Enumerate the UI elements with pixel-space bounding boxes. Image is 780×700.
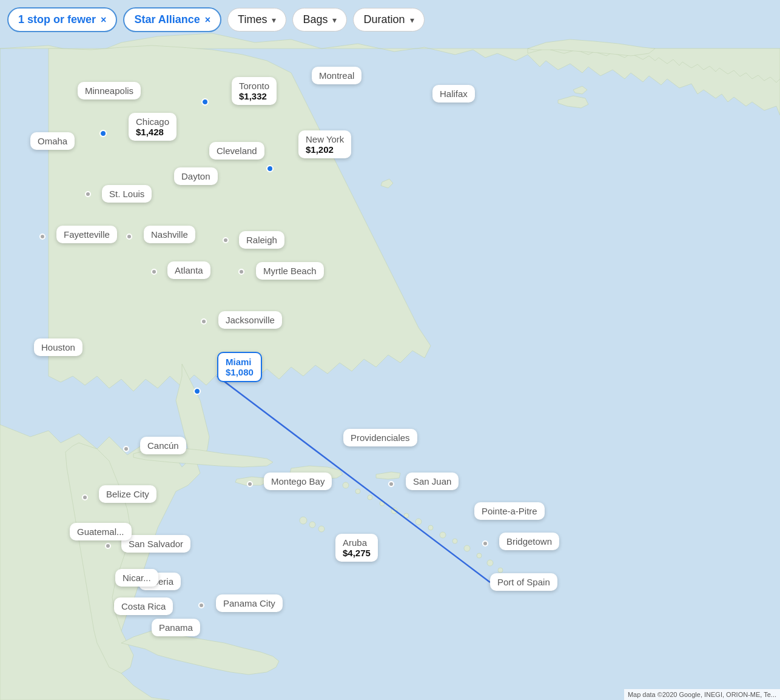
city-label-jacksonville[interactable]: Jacksonville bbox=[218, 311, 282, 329]
city-label-omaha[interactable]: Omaha bbox=[30, 132, 75, 150]
city-label-portofspain[interactable]: Port of Spain bbox=[490, 573, 557, 591]
filter-duration[interactable]: Duration ▾ bbox=[353, 8, 424, 32]
filter-alliance-close[interactable]: × bbox=[205, 15, 210, 25]
svg-point-1 bbox=[355, 489, 360, 494]
city-label-nicar[interactable]: Nicar... bbox=[115, 569, 158, 587]
dot-stlouis bbox=[85, 191, 91, 197]
chevron-down-icon-2: ▾ bbox=[332, 15, 337, 25]
dot-jacksonville bbox=[201, 318, 207, 325]
city-label-toronto[interactable]: Toronto$1,332 bbox=[232, 77, 277, 105]
svg-point-4 bbox=[391, 508, 397, 514]
city-label-chicago[interactable]: Chicago$1,428 bbox=[129, 113, 177, 141]
city-label-guatemala[interactable]: Guatemal... bbox=[70, 523, 132, 540]
city-label-belizecity[interactable]: Belize City bbox=[99, 485, 156, 503]
city-label-costarica[interactable]: Costa Rica bbox=[114, 597, 173, 615]
filter-bags[interactable]: Bags ▾ bbox=[292, 8, 347, 32]
dot-myrtlebeach bbox=[238, 269, 244, 275]
dot-atlanta bbox=[151, 269, 157, 275]
filter-stop-close[interactable]: × bbox=[101, 15, 106, 25]
filter-bags-label: Bags bbox=[303, 13, 328, 26]
city-label-aruba[interactable]: Aruba$4,275 bbox=[335, 534, 378, 562]
svg-point-8 bbox=[440, 532, 446, 538]
city-label-sansalvador[interactable]: San Salvador bbox=[121, 535, 190, 553]
city-label-nashville[interactable]: Nashville bbox=[144, 226, 195, 243]
city-label-providenciales[interactable]: Providenciales bbox=[343, 429, 417, 446]
city-label-panamacity[interactable]: Panama City bbox=[216, 594, 283, 612]
filter-alliance-label: Star Alliance bbox=[134, 13, 200, 26]
city-label-dayton[interactable]: Dayton bbox=[174, 167, 218, 185]
city-label-cleveland[interactable]: Cleveland bbox=[209, 142, 264, 160]
dot-bridgetown bbox=[482, 540, 488, 547]
svg-point-2 bbox=[368, 495, 372, 500]
city-label-halifax[interactable]: Halifax bbox=[432, 85, 475, 103]
map-attribution: Map data ©2020 Google, INEGI, ORION-ME, … bbox=[624, 689, 780, 700]
dot-belizecity bbox=[82, 494, 88, 500]
filter-bar: 1 stop or fewer × Star Alliance × Times … bbox=[7, 7, 425, 32]
svg-point-10 bbox=[464, 545, 470, 551]
city-label-fayetteville[interactable]: Fayetteville bbox=[56, 226, 117, 243]
city-label-miami[interactable]: Miami$1,080 bbox=[217, 352, 262, 382]
svg-point-6 bbox=[415, 519, 422, 525]
city-label-myrtlebeach[interactable]: Myrtle Beach bbox=[256, 262, 324, 280]
svg-point-0 bbox=[343, 482, 349, 488]
dot-toronto bbox=[201, 98, 209, 106]
chevron-down-icon-3: ▾ bbox=[410, 15, 414, 25]
filter-duration-label: Duration bbox=[363, 13, 405, 26]
svg-point-12 bbox=[487, 560, 493, 566]
city-label-panama[interactable]: Panama bbox=[152, 619, 200, 636]
dot-miami bbox=[193, 388, 201, 395]
svg-point-11 bbox=[477, 553, 482, 558]
dot-panamacity bbox=[198, 602, 204, 608]
dot-montegobay bbox=[247, 481, 253, 487]
dot-chicago bbox=[99, 130, 107, 137]
svg-point-16 bbox=[318, 526, 324, 532]
dot-fayetteville bbox=[39, 234, 45, 240]
svg-point-3 bbox=[380, 501, 385, 506]
filter-alliance[interactable]: Star Alliance × bbox=[123, 7, 221, 32]
city-label-raleigh[interactable]: Raleigh bbox=[239, 231, 284, 249]
dot-newyork bbox=[266, 165, 274, 172]
city-label-bridgetown[interactable]: Bridgetown bbox=[499, 533, 559, 550]
city-label-stlouis[interactable]: St. Louis bbox=[102, 185, 152, 203]
svg-point-5 bbox=[404, 513, 409, 518]
city-label-minneapolis[interactable]: Minneapolis bbox=[78, 82, 141, 99]
dot-nashville bbox=[126, 234, 132, 240]
dot-sanjuan bbox=[388, 481, 394, 487]
chevron-down-icon: ▾ bbox=[272, 15, 276, 25]
city-label-sanjuan[interactable]: San Juan bbox=[406, 473, 459, 490]
svg-point-13 bbox=[498, 568, 503, 573]
city-label-atlanta[interactable]: Atlanta bbox=[167, 261, 210, 279]
svg-point-7 bbox=[428, 525, 433, 530]
filter-times-label: Times bbox=[238, 13, 267, 26]
dot-sansalvador bbox=[105, 543, 111, 549]
dot-raleigh bbox=[223, 237, 229, 243]
filter-times[interactable]: Times ▾ bbox=[227, 8, 286, 32]
city-label-newyork[interactable]: New York$1,202 bbox=[298, 130, 351, 158]
city-label-cancun[interactable]: Cancún bbox=[140, 437, 186, 454]
city-label-pointeapitre[interactable]: Pointe-a-Pitre bbox=[474, 502, 545, 520]
svg-point-14 bbox=[300, 517, 307, 524]
dot-cancun bbox=[123, 446, 129, 452]
city-label-montegobay[interactable]: Montego Bay bbox=[264, 473, 332, 490]
svg-point-15 bbox=[309, 522, 315, 528]
filter-stop[interactable]: 1 stop or fewer × bbox=[7, 7, 117, 32]
city-label-montreal[interactable]: Montreal bbox=[312, 67, 361, 84]
city-label-houston[interactable]: Houston bbox=[34, 338, 82, 356]
map-svg bbox=[0, 0, 780, 700]
filter-stop-label: 1 stop or fewer bbox=[18, 13, 96, 26]
svg-point-9 bbox=[452, 539, 457, 544]
